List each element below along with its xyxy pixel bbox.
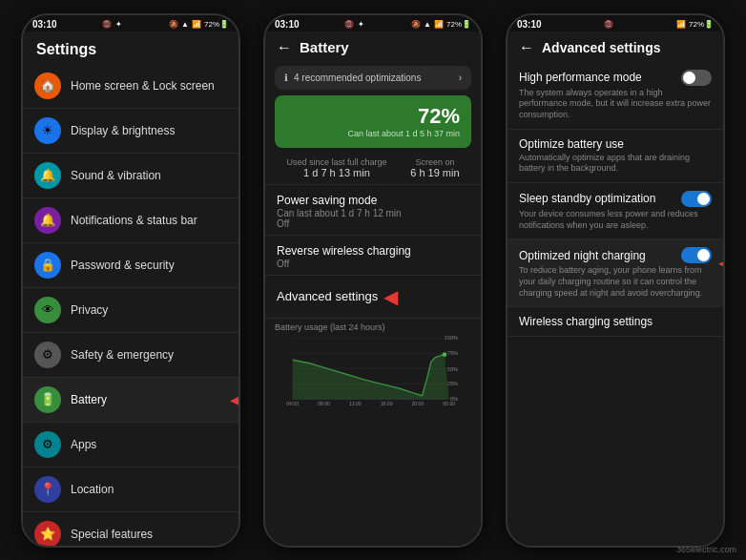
- sleep-standby-title: Sleep standby optimization: [519, 192, 655, 205]
- battery-subtext: Can last about 1 d 5 h 37 min: [347, 129, 460, 138]
- settings-item-home[interactable]: 🏠 Home screen & Lock screen: [23, 64, 238, 109]
- optimizations-banner[interactable]: ℹ 4 recommended optimizations ›: [275, 66, 471, 90]
- battery-chart: 100% 75% 50% 25% 0%: [275, 335, 471, 406]
- location-label: Location: [71, 483, 227, 496]
- back-button-3[interactable]: ←: [519, 39, 534, 56]
- special-icon: ⭐: [34, 521, 61, 546]
- advanced-header: ← Advanced settings: [508, 31, 723, 62]
- high-performance-desc: The system always operates in a high per…: [519, 88, 712, 121]
- stat-screen-on: Screen on 6 h 19 min: [410, 157, 459, 178]
- svg-text:100%: 100%: [445, 335, 458, 341]
- optimizations-text: 4 recommended optimizations: [294, 73, 421, 83]
- reverse-wireless-title: Reverse wireless charging: [277, 244, 469, 258]
- safety-icon: ⚙: [34, 342, 61, 368]
- high-performance-title: High performance mode: [519, 71, 642, 84]
- settings-list: 🏠 Home screen & Lock screen ☀ Display & …: [23, 64, 238, 546]
- battery-chart-area: Battery usage (last 24 hours) 100% 75% 5…: [275, 322, 471, 410]
- settings-item-notifications[interactable]: 🔔 Notifications & status bar: [23, 198, 238, 243]
- svg-text:12:00: 12:00: [349, 401, 362, 406]
- optimize-battery-desc: Automatically optimize apps that are dra…: [519, 153, 712, 175]
- battery-header: ← Battery: [265, 31, 481, 62]
- sleep-standby-desc: Your device consumes less power and redu…: [519, 209, 712, 231]
- time-3: 03:10: [517, 19, 542, 30]
- svg-text:75%: 75%: [447, 349, 458, 355]
- notifications-icon: 🔔: [34, 207, 61, 234]
- privacy-label: Privacy: [71, 303, 227, 317]
- adv-item-optimize-battery[interactable]: Optimize battery use Automatically optim…: [508, 130, 723, 183]
- battery-percent-bar: 72% Can last about 1 d 5 h 37 min: [275, 95, 471, 148]
- settings-title: Settings: [23, 31, 238, 64]
- display-icon: ☀: [34, 117, 61, 144]
- svg-text:00:00: 00:00: [443, 401, 455, 406]
- settings-item-location[interactable]: 📍 Location: [23, 467, 238, 512]
- watermark: 365electric.com: [676, 545, 736, 554]
- settings-content: Settings 🏠 Home screen & Lock screen ☀ D…: [23, 31, 238, 546]
- location-icon: 📍: [34, 476, 61, 503]
- sound-label: Sound & vibration: [71, 169, 227, 182]
- chevron-right-icon: ›: [459, 73, 462, 83]
- settings-item-battery[interactable]: 🔋 Battery ◀: [23, 378, 238, 423]
- info-icon: ℹ: [284, 73, 288, 83]
- safety-label: Safety & emergency: [71, 348, 227, 362]
- battery-arrow: ◀: [230, 387, 238, 412]
- battery-content: ← Battery ℹ 4 recommended optimizations …: [265, 31, 481, 546]
- advanced-settings-label: Advanced settings: [277, 289, 378, 303]
- reverse-wireless-sub: Off: [277, 259, 469, 269]
- sound-icon: 🔔: [34, 162, 61, 189]
- back-button-2[interactable]: ←: [277, 39, 292, 56]
- svg-text:16:00: 16:00: [381, 401, 393, 406]
- svg-point-11: [443, 352, 447, 357]
- adv-item-high-performance[interactable]: High performance mode The system always …: [508, 62, 723, 130]
- phone-settings: 03:10 📵 ✦ 🔕 ▲ 📶 72%🔋 Settings 🏠 Home scr…: [21, 13, 240, 548]
- advanced-page-title: Advanced settings: [542, 40, 660, 55]
- apps-label: Apps: [71, 438, 227, 451]
- status-bar-3: 03:10 📵 📶 72%🔋: [508, 15, 723, 31]
- svg-marker-10: [293, 354, 449, 399]
- home-icon: 🏠: [34, 73, 61, 99]
- reverse-wireless-section[interactable]: Reverse wireless charging Off: [265, 236, 481, 276]
- privacy-icon: 👁: [34, 297, 61, 323]
- phone-advanced: 03:10 📵 📶 72%🔋 ← Advanced settings High …: [506, 13, 725, 548]
- battery-percent: 72%: [418, 104, 460, 129]
- night-charging-toggle[interactable]: [681, 247, 712, 263]
- advanced-settings-arrow: ◀: [383, 285, 398, 308]
- settings-item-sound[interactable]: 🔔 Sound & vibration: [23, 154, 238, 198]
- high-performance-toggle[interactable]: [681, 70, 712, 86]
- settings-item-apps[interactable]: ⚙ Apps: [23, 423, 238, 467]
- optimize-battery-title: Optimize battery use: [519, 137, 624, 151]
- settings-item-display[interactable]: ☀ Display & brightness: [23, 109, 238, 154]
- status-bar-1: 03:10 📵 ✦ 🔕 ▲ 📶 72%🔋: [23, 15, 238, 31]
- night-charging-desc: To reduce battery aging, your phone lear…: [519, 265, 712, 299]
- password-label: Password & security: [71, 259, 227, 272]
- power-saving-section[interactable]: Power saving mode Can last about 1 d 7 h…: [265, 185, 481, 236]
- adv-item-sleep-standby[interactable]: Sleep standby optimization Your device c…: [508, 183, 723, 239]
- stat-used-since: Used since last full charge 1 d 7 h 13 m…: [286, 157, 386, 178]
- settings-item-password[interactable]: 🔒 Password & security: [23, 243, 238, 288]
- settings-item-safety[interactable]: ⚙ Safety & emergency: [23, 333, 238, 378]
- apps-icon: ⚙: [34, 431, 61, 458]
- time-1: 03:10: [32, 19, 57, 30]
- advanced-settings-row[interactable]: Advanced settings ◀: [265, 276, 481, 319]
- battery-stats: Used since last full charge 1 d 7 h 13 m…: [265, 152, 481, 185]
- sleep-standby-toggle[interactable]: [681, 191, 712, 207]
- time-2: 03:10: [275, 19, 300, 30]
- adv-item-night-charging[interactable]: Optimized night charging To reduce batte…: [508, 239, 723, 307]
- night-charging-title: Optimized night charging: [519, 249, 646, 262]
- chart-label: Battery usage (last 24 hours): [275, 322, 471, 332]
- svg-text:08:00: 08:00: [318, 401, 330, 406]
- special-label: Special features: [71, 528, 227, 541]
- display-label: Display & brightness: [71, 124, 227, 137]
- battery-icon: 🔋: [34, 386, 61, 413]
- wireless-charging-title: Wireless charging settings: [519, 315, 653, 328]
- adv-item-wireless-charging[interactable]: Wireless charging settings: [508, 307, 723, 337]
- settings-item-privacy[interactable]: 👁 Privacy: [23, 288, 238, 333]
- notifications-label: Notifications & status bar: [71, 214, 227, 227]
- settings-item-special[interactable]: ⭐ Special features: [23, 512, 238, 546]
- main-container: 03:10 📵 ✦ 🔕 ▲ 📶 72%🔋 Settings 🏠 Home scr…: [0, 0, 746, 560]
- power-saving-sub: Can last about 1 d 7 h 12 minOff: [277, 208, 469, 229]
- night-charging-arrow: ◀: [718, 251, 723, 274]
- svg-text:04:00: 04:00: [286, 401, 299, 406]
- battery-page-title: Battery: [300, 39, 349, 55]
- password-icon: 🔒: [34, 252, 61, 279]
- phone-battery: 03:10 📵 ✦ 🔕 ▲ 📶 72%🔋 ← Battery ℹ 4 recom…: [263, 13, 483, 548]
